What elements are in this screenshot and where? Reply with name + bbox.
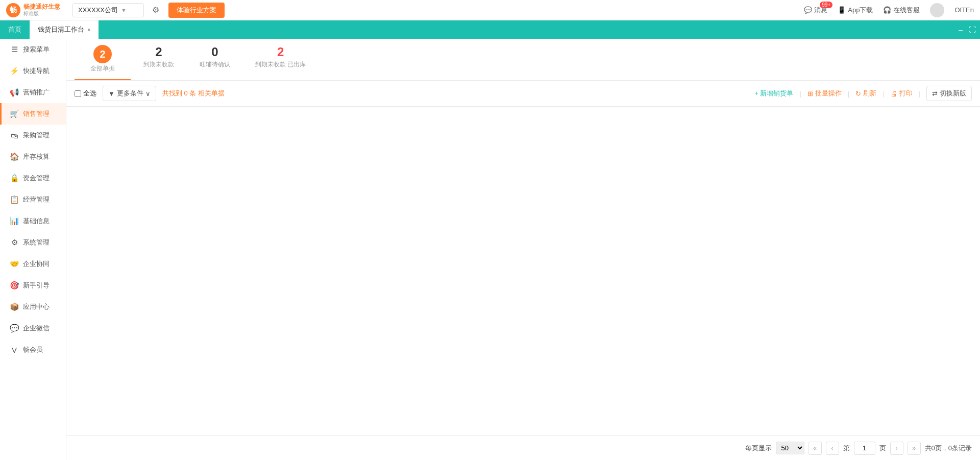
sidebar-item-label: 应用中心 [23,302,50,311]
sidebar-item-wechat[interactable]: 💬 企业微信 [0,318,66,339]
tab-active-label: 钱货日清工作台 [38,25,84,34]
sidebar: ☰ 搜索菜单 ⚡ 快捷导航 📢 营销推广 🛒 销售管理 🛍 采购管理 🏠 库存核… [0,39,66,460]
nav-tabs-bar: 首页 钱货日清工作台 × – ⛶ [0,20,980,39]
message-badge: 99+ [820,2,832,8]
sidebar-item-vip[interactable]: V 畅会员 [0,339,66,360]
sidebar-item-enterprise[interactable]: 🤝 企业协同 [0,253,66,275]
sidebar-item-label: 营销推广 [23,88,50,97]
select-all-input[interactable] [75,90,81,97]
tab-minimize-icon[interactable]: – [959,26,963,34]
chevron-down-icon: ▼ [121,7,127,13]
avatar[interactable] [930,3,944,17]
settings-icon[interactable]: ⚙ [148,3,163,18]
found-suffix: 条 [189,89,196,97]
related-label: 相关单据 [198,89,225,97]
tab-expand-icon[interactable]: ⛶ [969,26,976,34]
sidebar-item-marketing[interactable]: 📢 营销推广 [0,82,66,103]
pagination-bar: 每页显示 50 20 100 « ‹ 第 页 › » 共0页，0条记录 [66,435,980,460]
top-bar: 畅 畅捷通好生意 标准版 XXXXXX公司 ▼ ⚙ 体验行业方案 💬 消息 99… [0,0,980,20]
nav-tabs-right: – ⛶ [959,26,980,34]
page-input[interactable] [854,442,875,455]
sidebar-item-biz-mgmt[interactable]: 📋 经营管理 [0,189,66,210]
stat-tab-all[interactable]: 2 全部单据 [75,39,131,80]
sidebar-item-inventory[interactable]: 🏠 库存核算 [0,146,66,167]
basic-info-icon: 📊 [10,216,19,226]
sidebar-item-label: 库存核算 [23,152,50,161]
online-service-button[interactable]: 🎧 在线客服 [883,6,920,15]
sidebar-item-basic-info[interactable]: 📊 基础信息 [0,210,66,232]
total-records: 共0页，0条记录 [925,444,972,453]
sidebar-item-guide[interactable]: 🎯 新手引导 [0,275,66,296]
marketing-icon: 📢 [10,88,19,97]
app-center-icon: 📦 [10,302,19,311]
sidebar-item-label: 系统管理 [23,238,50,247]
first-page-button[interactable]: « [808,442,822,455]
sidebar-item-search-menu[interactable]: ☰ 搜索菜单 [0,39,66,60]
toolbar-right: + 新增销货单 | ⊞ 批量操作 | ↻ 刷新 | 🖨 打印 | ⇄ [754,86,972,101]
app-download-label: App下载 [848,6,873,15]
sidebar-item-label: 新手引导 [23,281,50,290]
divider-1: | [799,90,801,98]
sidebar-item-app-center[interactable]: 📦 应用中心 [0,296,66,318]
logo-area: 畅 畅捷通好生意 标准版 [6,3,72,17]
tab-active[interactable]: 钱货日清工作台 × [30,20,99,39]
stat-label-overdue: 到期未收款 [143,60,174,69]
refresh-button[interactable]: ↻ 刷新 [855,89,876,98]
refresh-icon: ↻ [855,90,861,98]
divider-2: | [848,90,849,98]
user-name[interactable]: OfTEn [954,6,974,14]
next-page-button[interactable]: › [890,442,903,455]
sidebar-item-label: 经营管理 [23,195,50,204]
logo-sub-title: 标准版 [23,11,60,17]
select-all-checkbox[interactable]: 全选 [75,89,96,98]
stat-tab-overdue[interactable]: 2 到期未收款 [131,39,187,80]
company-selector[interactable]: XXXXXX公司 ▼ [72,3,144,17]
top-bar-right: 💬 消息 99+ 📱 App下载 🎧 在线客服 OfTEn [804,3,974,17]
batch-icon: ⊞ [807,90,813,98]
table-area [66,107,980,435]
main-layout: ☰ 搜索菜单 ⚡ 快捷导航 📢 营销推广 🛒 销售管理 🛍 采购管理 🏠 库存核… [0,39,980,460]
sidebar-item-sales-mgmt[interactable]: 🛒 销售管理 [0,103,66,125]
message-button[interactable]: 💬 消息 99+ [804,6,827,15]
inventory-icon: 🏠 [10,152,19,161]
switch-version-button[interactable]: ⇄ 切换新版 [926,86,972,101]
sidebar-item-sys-mgmt[interactable]: ⚙ 系统管理 [0,232,66,253]
logo-main-title: 畅捷通好生意 [23,3,60,10]
tab-close-icon[interactable]: × [87,27,90,33]
prev-page-button[interactable]: ‹ [826,442,839,455]
sidebar-item-label: 畅会员 [23,345,43,354]
stat-number-all: 2 [93,45,112,63]
finance-icon: 🔒 [10,174,19,183]
toolbar: 全选 ▼ 更多条件 ∨ 共找到 0 条 相关单据 + 新增销货单 | ⊞ 批量操… [66,81,980,107]
stat-number-overdue-out: 2 [277,45,284,59]
experience-button[interactable]: 体验行业方案 [168,3,225,18]
stat-tab-pending[interactable]: 0 旺辅待确认 [187,39,243,80]
sidebar-item-label: 企业协同 [23,259,50,269]
purchase-icon: 🛍 [10,131,19,140]
switch-icon: ⇄ [932,90,938,98]
filter-button[interactable]: ▼ 更多条件 ∨ [103,86,156,101]
last-page-button[interactable]: » [908,442,921,455]
print-button[interactable]: 🖨 打印 [891,89,913,98]
add-sale-order-button[interactable]: + 新增销货单 [754,89,793,98]
content-area: 2 全部单据 2 到期未收款 0 旺辅待确认 2 到期未收款 已出库 全选 [66,39,980,460]
sidebar-item-label: 采购管理 [23,131,50,140]
sidebar-item-quick-nav[interactable]: ⚡ 快捷导航 [0,60,66,82]
chevron-down-icon: ∨ [145,90,151,98]
divider-3: | [883,90,884,98]
tab-home-label: 首页 [8,25,21,34]
switch-label: 切换新版 [940,89,966,98]
sidebar-item-purchase-mgmt[interactable]: 🛍 采购管理 [0,125,66,146]
sidebar-item-finance-mgmt[interactable]: 🔒 资金管理 [0,167,66,189]
sidebar-item-label: 搜索菜单 [23,45,50,54]
found-count-text: 共找到 0 条 相关单据 [162,89,225,98]
sales-icon: 🛒 [10,109,19,118]
per-page-select[interactable]: 50 20 100 [776,442,804,454]
stat-tab-overdue-out[interactable]: 2 到期未收款 已出库 [243,39,318,80]
sys-icon: ⚙ [10,238,19,247]
per-page-label: 每页显示 [745,444,772,453]
batch-operation-button[interactable]: ⊞ 批量操作 [807,89,842,98]
wechat-icon: 💬 [10,324,19,333]
app-download-button[interactable]: 📱 App下载 [838,6,873,15]
tab-home[interactable]: 首页 [0,20,30,39]
